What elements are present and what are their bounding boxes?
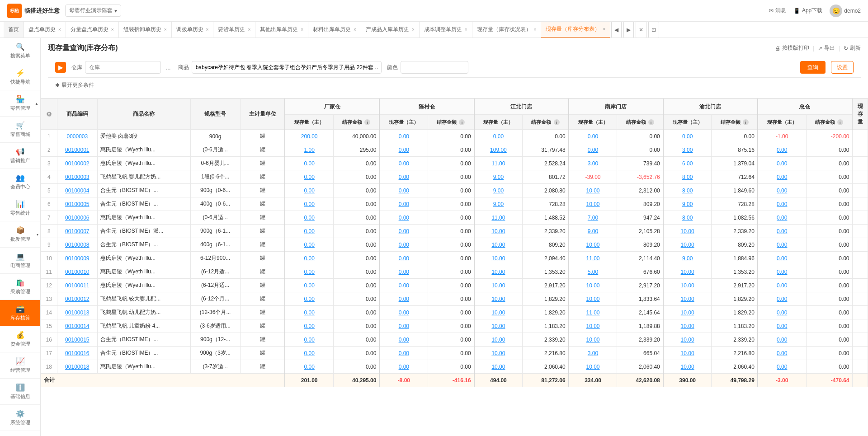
total-stock[interactable]: 0.00: [758, 279, 806, 292]
sidebar-item-search-hero[interactable]: 🔍 搜索英单: [0, 38, 40, 64]
warehouse-ellipsis[interactable]: ...: [164, 64, 173, 71]
product-code[interactable]: 00100013: [57, 306, 98, 319]
sidebar-item-basic-info[interactable]: ℹ️ 基础信息: [0, 379, 40, 405]
tab-cost-adjust[interactable]: 成本调整单历史 ×: [420, 22, 472, 38]
product-code[interactable]: 00100006: [57, 211, 98, 225]
jb-stock[interactable]: 10.00: [474, 265, 523, 279]
na-stock[interactable]: 10.00: [569, 279, 617, 292]
tab-prev-btn[interactable]: ◀: [611, 22, 622, 38]
product-code[interactable]: 00100010: [57, 265, 98, 279]
warehouse-input[interactable]: [85, 61, 161, 74]
fy-stock[interactable]: 0.00: [285, 238, 333, 252]
tab-expand-btn[interactable]: ⊡: [648, 22, 659, 38]
yb-stock[interactable]: 8.00: [663, 170, 712, 184]
total-stock[interactable]: 0.00: [758, 184, 806, 197]
info-icon[interactable]: i: [648, 119, 654, 125]
na-stock[interactable]: 5.00: [569, 265, 617, 279]
cv-stock[interactable]: 0.00: [379, 170, 428, 184]
total-stock[interactable]: -1.00: [758, 130, 806, 143]
yb-stock[interactable]: 10.00: [663, 319, 712, 333]
sidebar-item-wholesale-mgmt[interactable]: 📦 批发管理 ▾: [0, 221, 40, 248]
cv-stock[interactable]: 0.00: [379, 347, 428, 360]
product-code[interactable]: 00100003: [57, 170, 98, 184]
product-code[interactable]: 00100008: [57, 238, 98, 252]
yb-stock[interactable]: 10.00: [663, 306, 712, 319]
app-download-btn[interactable]: 📱 App下载: [793, 7, 822, 14]
product-code[interactable]: 00100007: [57, 225, 98, 238]
sidebar-item-member[interactable]: 👥 会员中心: [0, 169, 40, 195]
fy-stock[interactable]: 0.00: [285, 197, 333, 211]
total-stock[interactable]: 0.00: [758, 170, 806, 184]
product-code[interactable]: 00100004: [57, 184, 98, 197]
fy-stock[interactable]: 0.00: [285, 265, 333, 279]
total-stock[interactable]: 0.00: [758, 306, 806, 319]
yb-stock[interactable]: 10.00: [663, 238, 712, 252]
na-stock[interactable]: 10.00: [569, 292, 617, 306]
more-conditions-btn[interactable]: ✱ 展开更多条件: [55, 80, 854, 91]
sidebar-item-system[interactable]: ⚙️ 系统管理: [0, 405, 40, 431]
tab-inventory-count[interactable]: 盘点单历史 ×: [24, 22, 66, 38]
cv-stock[interactable]: 0.00: [379, 238, 428, 252]
yb-stock[interactable]: 9.00: [663, 197, 712, 211]
close-icon[interactable]: ×: [412, 27, 415, 32]
jb-stock[interactable]: 10.00: [474, 252, 523, 265]
yb-stock[interactable]: 8.00: [663, 184, 712, 197]
total-stock[interactable]: 0.00: [758, 333, 806, 347]
cv-stock[interactable]: 0.00: [379, 306, 428, 319]
close-icon[interactable]: ×: [301, 27, 303, 32]
total-stock[interactable]: 0.00: [758, 157, 806, 170]
search-button[interactable]: 查询: [800, 61, 826, 74]
total-stock[interactable]: 0.00: [758, 292, 806, 306]
info-icon[interactable]: i: [837, 119, 843, 125]
fy-stock[interactable]: 0.00: [285, 292, 333, 306]
sidebar-item-retail-stats[interactable]: 📊 零售统计: [0, 195, 40, 221]
tab-group-dismantle[interactable]: 组装拆卸单历史 ×: [119, 22, 172, 38]
cv-stock[interactable]: 0.00: [379, 157, 428, 170]
sidebar-item-ecommerce[interactable]: 💻 电商管理: [0, 248, 40, 274]
total-stock[interactable]: 0.00: [758, 211, 806, 225]
tab-close-all-btn[interactable]: ✕: [636, 22, 646, 38]
total-stock[interactable]: 0.00: [758, 197, 806, 211]
yb-stock[interactable]: 10.00: [663, 225, 712, 238]
sidebar-item-enterprise[interactable]: 🤝 企业协同: [0, 431, 40, 436]
cv-stock[interactable]: 0.00: [379, 184, 428, 197]
sidebar-item-retail-mgmt[interactable]: 🏪 零售管理 ▲: [0, 90, 40, 117]
sidebar-item-purchase[interactable]: 🛍️ 采购管理: [0, 274, 40, 300]
total-stock[interactable]: 0.00: [758, 360, 806, 374]
tab-next-btn[interactable]: ▶: [623, 22, 634, 38]
info-icon[interactable]: i: [459, 119, 465, 125]
product-code[interactable]: 00100012: [57, 292, 98, 306]
close-icon[interactable]: ×: [534, 27, 537, 32]
product-code[interactable]: 00100001: [57, 143, 98, 157]
jb-stock[interactable]: 10.00: [474, 306, 523, 319]
jb-stock[interactable]: 10.00: [474, 279, 523, 292]
fy-stock[interactable]: 0.00: [285, 319, 333, 333]
cv-stock[interactable]: 0.00: [379, 130, 428, 143]
fy-stock[interactable]: 0.00: [285, 333, 333, 347]
cv-stock[interactable]: 0.00: [379, 319, 428, 333]
user-profile[interactable]: 😊 demo2: [830, 5, 861, 17]
total-stock[interactable]: 0.00: [758, 252, 806, 265]
fy-stock[interactable]: 0.00: [285, 360, 333, 374]
cv-stock[interactable]: 0.00: [379, 360, 428, 374]
print-btn[interactable]: 🖨 按模版打印: [775, 44, 809, 52]
product-code[interactable]: 00100015: [57, 333, 98, 347]
tab-product-inbound[interactable]: 产成品入库单历史 ×: [361, 22, 420, 38]
fy-stock[interactable]: 0.00: [285, 184, 333, 197]
info-icon[interactable]: i: [743, 119, 749, 125]
cv-stock[interactable]: 0.00: [379, 252, 428, 265]
message-btn[interactable]: ✉ 消息: [769, 7, 786, 14]
close-icon[interactable]: ×: [58, 27, 61, 32]
product-code[interactable]: 00100002: [57, 157, 98, 170]
tab-adjust[interactable]: 调拨单历史 ×: [172, 22, 214, 38]
cv-stock[interactable]: 0.00: [379, 225, 428, 238]
tab-stock-status[interactable]: 现存量（库存状况表） ×: [472, 22, 542, 38]
setting-button[interactable]: 设置: [831, 61, 854, 74]
yb-stock[interactable]: 10.00: [663, 265, 712, 279]
na-stock[interactable]: 10.00: [569, 333, 617, 347]
jb-stock[interactable]: 9.00: [474, 197, 523, 211]
fy-stock[interactable]: 0.00: [285, 211, 333, 225]
na-stock[interactable]: 10.00: [569, 184, 617, 197]
tab-requisition[interactable]: 要货单历史 ×: [213, 22, 255, 38]
jb-stock[interactable]: 10.00: [474, 225, 523, 238]
